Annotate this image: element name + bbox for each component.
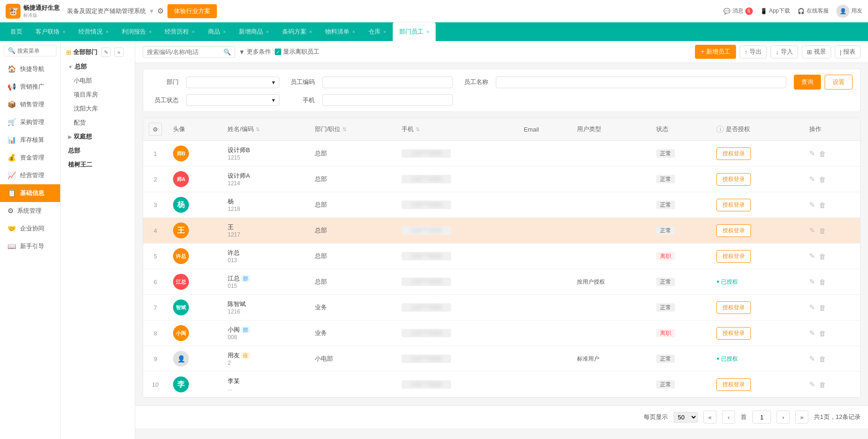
auth-button[interactable]: 授权登录 [716,224,751,237]
dept-edit-icon[interactable]: ✎ [101,48,111,57]
prev-page-btn[interactable]: ‹ [722,411,735,424]
per-page-select[interactable]: 50 100 [674,412,698,423]
sidebar-item-finance[interactable]: 💰资金管理 [0,149,60,167]
nav-tab-部门员工[interactable]: 部门员工× [393,22,436,41]
edit-icon[interactable]: ✎ [809,355,815,363]
sidebar-item-purchase[interactable]: 🛒采购管理 [0,113,60,131]
edit-icon[interactable]: ✎ [809,201,815,209]
sort-icon[interactable]: ⇅ [256,126,260,132]
edit-icon[interactable]: ✎ [809,278,815,286]
view-button[interactable]: ⊞ 视景 [802,45,831,58]
edit-icon[interactable]: ✎ [809,252,815,260]
nav-tab-经营情况[interactable]: 经营情况× [72,22,115,41]
first-page-btn[interactable]: « [703,411,716,424]
tab-close-icon[interactable]: × [352,29,355,35]
sidebar-item-marketing[interactable]: 📢营销推广 [0,78,60,96]
row-auth-cell[interactable]: 授权登录 [711,141,803,167]
delete-icon[interactable]: 🗑 [819,175,826,183]
nav-tab-物料清单[interactable]: 物料清单× [319,22,361,41]
sidebar-item-operations[interactable]: 📈经营管理 [0,167,60,184]
col-phone[interactable]: 手机 ⇅ [396,118,518,141]
dropdown-icon[interactable]: ▾ [150,7,153,15]
tab-close-icon[interactable]: × [149,29,152,35]
set-button[interactable]: 设置 [825,75,853,90]
dept-node[interactable]: 项目库房 [61,88,135,102]
query-button[interactable]: 查询 [794,75,821,90]
all-dept-label[interactable]: 全部部门 [73,48,97,56]
edit-icon[interactable]: ✎ [809,329,815,337]
auth-button[interactable]: 授权登录 [716,250,751,263]
dept-node[interactable]: 植树王二 [61,158,135,172]
tab-close-icon[interactable]: × [383,29,386,35]
add-employee-button[interactable]: + 新增员工 [695,45,736,59]
tab-close-icon[interactable]: × [192,29,194,35]
search-box[interactable]: 🔍 [143,46,235,58]
delete-icon[interactable]: 🗑 [819,381,826,389]
phone-input[interactable] [322,94,453,106]
search-input[interactable] [17,48,55,54]
dept-collapse-btn[interactable]: « [114,48,124,57]
search-input[interactable] [147,49,222,56]
nav-tab-仓库[interactable]: 仓库× [362,22,393,41]
dept-select[interactable]: ▾ [186,77,279,88]
last-page-btn[interactable]: » [795,411,808,424]
edit-icon[interactable]: ✎ [809,175,815,183]
user-action[interactable]: 👤 用友 [836,5,862,18]
print-button[interactable]: | 报表 [835,45,861,58]
dept-node[interactable]: 总部 [61,144,135,158]
delete-icon[interactable]: 🗑 [819,304,826,312]
next-page-btn[interactable]: › [777,411,790,424]
nav-tab-客户联络[interactable]: 客户联络× [29,22,72,41]
info-icon[interactable]: i [716,125,724,133]
edit-icon[interactable]: ✎ [809,380,815,389]
row-auth-cell[interactable]: 授权登录 [711,372,803,397]
col-dept[interactable]: 部门/职位 ⇅ [309,118,396,141]
emp-name-input[interactable] [496,77,786,88]
search-icon[interactable]: 🔍 [223,49,231,56]
search-box[interactable]: 🔍 [4,45,56,56]
sidebar-item-collab[interactable]: 🤝企业协同 [0,220,60,237]
delete-icon[interactable]: 🗑 [819,329,826,337]
delete-icon[interactable]: 🗑 [819,278,826,286]
delete-icon[interactable]: 🗑 [819,355,826,363]
more-filter-btn[interactable]: ▼ 更多条件 [239,48,271,56]
edit-icon[interactable]: ✎ [809,303,815,312]
page-input[interactable] [752,411,771,424]
nav-tab-新增商品[interactable]: 新增商品× [232,22,275,41]
dept-node[interactable]: ▶双庭想 [61,130,135,144]
dept-node[interactable]: 配货 [61,116,135,130]
row-auth-cell[interactable]: 授权登录 [711,218,803,244]
delete-icon[interactable]: 🗑 [819,150,826,158]
sort-icon[interactable]: ⇅ [416,126,420,132]
show-resign-toggle[interactable]: ✓ 显示离职员工 [275,48,319,56]
edit-icon[interactable]: ✎ [809,149,815,158]
status-select[interactable]: ▾ [186,94,279,106]
row-auth-cell[interactable]: 授权登录 [711,244,803,269]
auth-button[interactable]: 授权登录 [716,199,751,211]
tab-close-icon[interactable]: × [62,29,65,35]
auth-button[interactable]: 授权登录 [716,327,751,340]
auth-button[interactable]: 授权登录 [716,378,751,391]
message-action[interactable]: 💬 消息 6 [723,7,753,15]
delete-icon[interactable]: 🗑 [819,201,826,209]
sidebar-item-sales[interactable]: 📦销售管理 [0,96,60,113]
tab-close-icon[interactable]: × [223,29,226,35]
auth-button[interactable]: 授权登录 [716,147,751,160]
auth-button[interactable]: 授权登录 [716,173,751,186]
online-service-action[interactable]: 🎧 在线客服 [798,7,829,15]
row-auth-cell[interactable]: 授权登录 [711,321,803,346]
import-button[interactable]: ↓ 导入 [771,45,798,58]
col-settings[interactable]: ⚙ [143,118,167,141]
dept-node[interactable]: 沈阳大库 [61,102,135,116]
settings-icon[interactable]: ⚙ [157,7,164,15]
row-auth-cell[interactable]: 授权登录 [711,167,803,192]
auth-button[interactable]: 授权登录 [716,301,751,314]
tab-close-icon[interactable]: × [309,29,312,35]
nav-tab-利润报告[interactable]: 利润报告× [115,22,158,41]
trial-button[interactable]: 体验行业方案 [167,4,217,18]
tab-close-icon[interactable]: × [426,29,429,35]
sidebar-item-inventory[interactable]: 📊库存核算 [0,131,60,149]
nav-tab-经营历程[interactable]: 经营历程× [158,22,201,41]
sidebar-item-guide[interactable]: 📖新手引导 [0,237,60,255]
col-name[interactable]: 姓名/编码 ⇅ [222,118,309,141]
